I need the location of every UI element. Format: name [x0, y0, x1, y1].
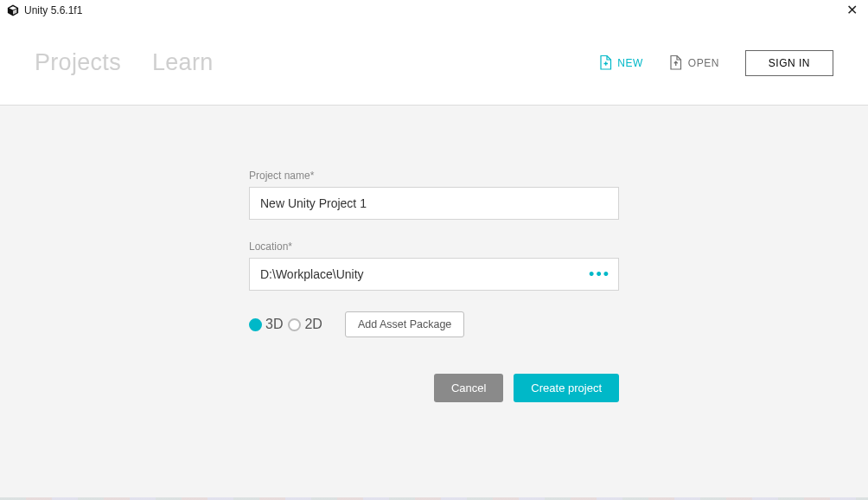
project-name-field: Project name* [249, 170, 619, 220]
header-tabs: Projects Learn [35, 49, 214, 76]
new-project-button[interactable]: NEW [598, 55, 643, 71]
window-titlebar: Unity 5.6.1f1 ✕ [0, 0, 868, 21]
open-label: OPEN [688, 57, 719, 69]
radio-3d-label: 3D [265, 317, 283, 332]
unity-logo-icon [7, 4, 19, 16]
header-actions: NEW OPEN SIGN IN [598, 50, 833, 76]
tab-learn[interactable]: Learn [152, 49, 214, 76]
radio-3d[interactable]: 3D [249, 317, 283, 332]
app-header: Projects Learn NEW OPEN [0, 21, 868, 106]
location-input[interactable] [249, 258, 619, 291]
main-panel: Project name* Location* ••• 3D 2D Add As… [0, 106, 868, 497]
project-name-input[interactable] [249, 187, 619, 220]
new-project-form: Project name* Location* ••• 3D 2D Add As… [249, 170, 619, 402]
dimension-row: 3D 2D Add Asset Package [249, 311, 619, 337]
radio-3d-indicator [249, 318, 262, 331]
new-label: NEW [617, 57, 643, 69]
form-footer-buttons: Cancel Create project [249, 374, 619, 402]
open-project-button[interactable]: OPEN [669, 55, 719, 71]
cancel-button[interactable]: Cancel [434, 374, 503, 402]
close-icon[interactable]: ✕ [843, 3, 861, 17]
file-up-icon [669, 55, 683, 71]
browse-location-icon[interactable]: ••• [589, 266, 610, 282]
window-title: Unity 5.6.1f1 [24, 4, 843, 16]
radio-2d[interactable]: 2D [288, 317, 322, 332]
radio-2d-label: 2D [304, 317, 322, 332]
location-label: Location* [249, 240, 619, 253]
project-name-label: Project name* [249, 170, 619, 182]
create-project-button[interactable]: Create project [514, 374, 619, 402]
radio-2d-indicator [288, 318, 301, 331]
tab-projects[interactable]: Projects [35, 49, 121, 76]
add-asset-package-button[interactable]: Add Asset Package [345, 311, 464, 337]
file-plus-icon [598, 55, 612, 71]
sign-in-button[interactable]: SIGN IN [745, 50, 833, 76]
location-field: Location* ••• [249, 240, 619, 291]
